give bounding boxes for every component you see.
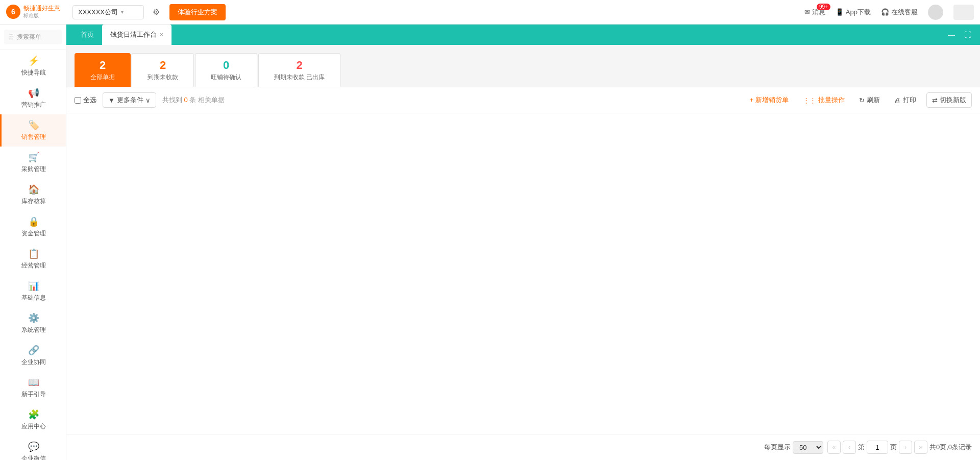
inventory-icon: 🏠 [28, 184, 39, 195]
sidebar: ☰ 搜索菜单 ⚡ 快捷导航 📢 营销推广 🏷️ 销售管理 🛒 采购管理 🏠 库存… [0, 25, 66, 460]
first-page-button[interactable]: « [827, 441, 841, 454]
found-count: 0 [184, 96, 188, 104]
online-service-action[interactable]: 🎧 在线客服 [881, 8, 918, 17]
sidebar-label-purchase: 采购管理 [21, 165, 46, 174]
tab-bar-actions: — ⛶ [945, 29, 974, 41]
stat-label-pending-confirm: 旺铺待确认 [211, 73, 241, 82]
last-page-button[interactable]: » [914, 441, 927, 454]
app-center-icon: 🧩 [28, 409, 39, 420]
sidebar-label-enterprise: 企业协同 [21, 358, 46, 367]
sidebar-search-area: ☰ 搜索菜单 [0, 25, 66, 50]
sidebar-item-enterprise[interactable]: 🔗 企业协同 [0, 340, 66, 372]
batch-icon: ⋮⋮ [803, 96, 816, 104]
sidebar-item-quick-nav[interactable]: ⚡ 快捷导航 [0, 50, 66, 82]
prev-page-button[interactable]: ‹ [843, 441, 856, 454]
next-page-button[interactable]: › [899, 441, 912, 454]
company-selector[interactable]: XXXXXX公司 ▾ [72, 5, 144, 19]
stat-tab-pending-confirm[interactable]: 0 旺铺待确认 [195, 53, 257, 87]
refresh-button[interactable]: ↻ 刷新 [855, 93, 884, 107]
page-nav: « ‹ 第 页 › » 共0页,0条记录 [827, 441, 972, 454]
settings-button[interactable]: ⚙ [148, 4, 164, 20]
page-number-input[interactable] [867, 441, 888, 454]
header-right: ✉ 消息 99+ 📱 App下载 🎧 在线客服 [804, 5, 974, 20]
stat-label-all: 全部单据 [90, 73, 115, 82]
switch-icon: ⇄ [932, 96, 938, 104]
online-service-label: 在线客服 [891, 8, 918, 17]
print-icon: 🖨 [894, 96, 901, 104]
quick-nav-icon: ⚡ [28, 55, 39, 66]
tab-maximize-button[interactable]: ⛶ [962, 29, 974, 41]
message-action[interactable]: ✉ 消息 99+ [804, 8, 825, 17]
tab-close-icon[interactable]: × [160, 31, 163, 38]
page-size-select: 每页显示 50 100 [764, 441, 823, 454]
app-download-label: App下载 [846, 8, 871, 17]
per-page-label: 每页显示 [764, 443, 791, 452]
stat-tab-all[interactable]: 2 全部单据 [75, 53, 131, 87]
avatar[interactable] [928, 5, 943, 20]
stat-label-overdue-uncollected: 到期未收款 [148, 73, 178, 82]
refresh-label: 刷新 [867, 95, 880, 105]
toolbar: 全选 ▼ 更多条件 ∨ 共找到 0 条 相关单据 [66, 87, 980, 113]
sidebar-item-operations[interactable]: 📋 经营管理 [0, 243, 66, 275]
company-name: XXXXXX公司 [78, 8, 118, 17]
add-sales-button[interactable]: + 新增销货单 [746, 93, 793, 107]
sidebar-item-system[interactable]: ⚙️ 系统管理 [0, 307, 66, 340]
filter-button[interactable]: ▼ 更多条件 ∨ [103, 92, 156, 108]
app-download-icon: 📱 [836, 8, 844, 16]
stat-count-overdue-unshipped: 2 [297, 59, 303, 72]
stat-count-overdue-uncollected: 2 [160, 59, 166, 72]
tab-workbench[interactable]: 钱货日清工作台 × [102, 25, 172, 45]
user-menu[interactable] [953, 5, 974, 20]
marketing-icon: 📢 [28, 87, 39, 99]
stat-tab-overdue-unshipped[interactable]: 2 到期未收款 已出库 [258, 53, 340, 87]
found-suffix: 相关单据 [198, 96, 225, 104]
search-menu-button[interactable]: ☰ 搜索菜单 [4, 30, 62, 44]
switch-label: 切换新版 [940, 95, 966, 105]
sidebar-label-system: 系统管理 [21, 326, 46, 334]
per-page-input[interactable]: 50 100 [793, 441, 823, 454]
sidebar-label-inventory: 库存核算 [21, 197, 46, 206]
select-all-input[interactable] [75, 97, 81, 104]
enterprise-icon: 🔗 [28, 345, 39, 356]
search-icon: ☰ [8, 34, 14, 41]
sidebar-item-guide[interactable]: 📖 新手引导 [0, 372, 66, 404]
tab-home[interactable]: 首页 [72, 25, 102, 45]
sidebar-item-app-center[interactable]: 🧩 应用中心 [0, 404, 66, 436]
sidebar-item-basic-info[interactable]: 📊 基础信息 [0, 275, 66, 307]
page-content: 2 全部单据 2 到期未收款 0 旺铺待确认 2 到期未收款 已出库 [66, 45, 980, 460]
purchase-icon: 🛒 [28, 152, 39, 163]
experience-button[interactable]: 体验行业方案 [169, 4, 226, 20]
tab-minimize-button[interactable]: — [945, 29, 958, 41]
print-button[interactable]: 🖨 打印 [890, 93, 920, 107]
sidebar-label-app-center: 应用中心 [21, 422, 46, 431]
select-all-label: 全选 [83, 95, 96, 105]
app-download-action[interactable]: 📱 App下载 [836, 8, 871, 17]
page-suffix: 页 [890, 443, 897, 452]
batch-label: 批量操作 [818, 95, 845, 105]
sidebar-item-sales[interactable]: 🏷️ 销售管理 [0, 114, 66, 147]
stat-label-overdue-unshipped: 到期未收款 已出库 [274, 73, 325, 82]
refresh-icon: ↻ [859, 96, 865, 104]
sidebar-label-operations: 经营管理 [21, 261, 46, 270]
stat-count-pending-confirm: 0 [223, 59, 229, 72]
funds-icon: 🔒 [28, 216, 39, 227]
batch-operation-button[interactable]: ⋮⋮ 批量操作 [799, 93, 849, 107]
stat-count-all: 2 [100, 59, 106, 72]
page-total: 共0页,0条记录 [929, 443, 972, 452]
sidebar-item-marketing[interactable]: 📢 营销推广 [0, 82, 66, 114]
tab-bar: 首页 钱货日清工作台 × — ⛶ [66, 25, 980, 45]
sidebar-item-funds[interactable]: 🔒 资金管理 [0, 211, 66, 243]
select-all-checkbox[interactable]: 全选 [75, 95, 96, 105]
stat-tab-overdue-uncollected[interactable]: 2 到期未收款 [132, 53, 194, 87]
switch-new-version-button[interactable]: ⇄ 切换新版 [926, 92, 972, 108]
sidebar-label-basic-info: 基础信息 [21, 294, 46, 302]
sidebar-item-wechat[interactable]: 💬 企业微信 [0, 436, 66, 460]
filter-chevron-icon: ∨ [145, 96, 151, 104]
sidebar-item-inventory[interactable]: 🏠 库存核算 [0, 179, 66, 211]
message-badge: 99+ [817, 4, 830, 10]
sidebar-item-purchase[interactable]: 🛒 采购管理 [0, 147, 66, 179]
logo-name: 畅捷通好生意 [23, 5, 60, 12]
message-icon: ✉ [804, 8, 810, 16]
chevron-down-icon: ▾ [121, 9, 124, 15]
pagination: 每页显示 50 100 « ‹ 第 页 › » 共0页 [66, 434, 980, 460]
